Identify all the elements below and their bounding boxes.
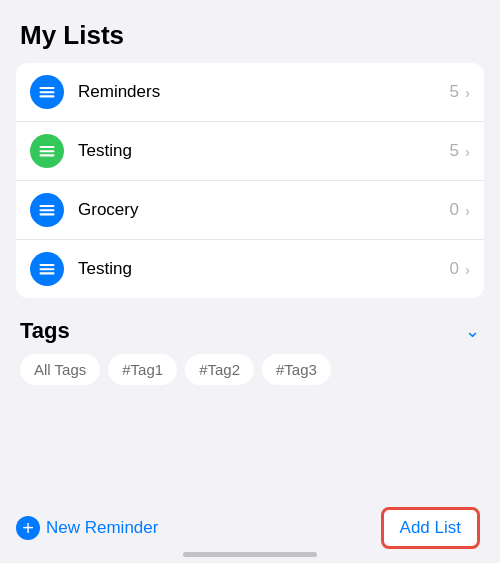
list-name-reminders: Reminders bbox=[78, 82, 450, 102]
list-icon-grocery bbox=[30, 193, 64, 227]
lists-card: Reminders 5 › Testing 5 › bbox=[16, 63, 484, 298]
home-indicator bbox=[183, 552, 317, 557]
list-item-testing-1[interactable]: Testing 5 › bbox=[16, 122, 484, 181]
chevron-right-icon-testing-2: › bbox=[465, 261, 470, 278]
svg-rect-5 bbox=[40, 154, 55, 156]
tags-row: All Tags #Tag1 #Tag2 #Tag3 bbox=[16, 354, 484, 385]
new-reminder-button[interactable]: + New Reminder bbox=[16, 516, 158, 540]
list-count-testing-1: 5 bbox=[450, 141, 459, 161]
svg-rect-4 bbox=[40, 150, 55, 152]
tag-chip-3[interactable]: #Tag3 bbox=[262, 354, 331, 385]
plus-icon: + bbox=[16, 516, 40, 540]
tags-chevron-down-icon[interactable]: ⌄ bbox=[465, 320, 480, 342]
svg-rect-2 bbox=[40, 95, 55, 97]
tag-chip-1[interactable]: #Tag1 bbox=[108, 354, 177, 385]
tags-section: Tags ⌄ All Tags #Tag1 #Tag2 #Tag3 bbox=[16, 318, 484, 385]
svg-rect-6 bbox=[40, 205, 55, 207]
list-count-reminders: 5 bbox=[450, 82, 459, 102]
list-count-grocery: 0 bbox=[450, 200, 459, 220]
svg-rect-9 bbox=[40, 264, 55, 266]
page-title: My Lists bbox=[16, 20, 484, 51]
add-list-button[interactable]: Add List bbox=[381, 507, 480, 549]
tags-title: Tags bbox=[20, 318, 70, 344]
svg-rect-1 bbox=[40, 91, 55, 93]
tag-chip-2[interactable]: #Tag2 bbox=[185, 354, 254, 385]
svg-rect-10 bbox=[40, 268, 55, 270]
list-name-testing-2: Testing bbox=[78, 259, 450, 279]
tag-chip-all[interactable]: All Tags bbox=[20, 354, 100, 385]
chevron-right-icon-testing-1: › bbox=[465, 143, 470, 160]
list-item-grocery[interactable]: Grocery 0 › bbox=[16, 181, 484, 240]
svg-rect-7 bbox=[40, 209, 55, 211]
list-icon-testing-1 bbox=[30, 134, 64, 168]
list-count-testing-2: 0 bbox=[450, 259, 459, 279]
new-reminder-label: New Reminder bbox=[46, 518, 158, 538]
svg-rect-11 bbox=[40, 272, 55, 274]
tags-header: Tags ⌄ bbox=[16, 318, 484, 344]
svg-rect-8 bbox=[40, 213, 55, 215]
main-container: My Lists Reminders 5 › bbox=[0, 0, 500, 563]
chevron-right-icon-grocery: › bbox=[465, 202, 470, 219]
list-name-testing-1: Testing bbox=[78, 141, 450, 161]
chevron-right-icon-reminders: › bbox=[465, 84, 470, 101]
list-icon-reminders bbox=[30, 75, 64, 109]
svg-rect-3 bbox=[40, 146, 55, 148]
list-item-testing-2[interactable]: Testing 0 › bbox=[16, 240, 484, 298]
list-item-reminders[interactable]: Reminders 5 › bbox=[16, 63, 484, 122]
svg-rect-0 bbox=[40, 87, 55, 89]
list-icon-testing-2 bbox=[30, 252, 64, 286]
list-name-grocery: Grocery bbox=[78, 200, 450, 220]
